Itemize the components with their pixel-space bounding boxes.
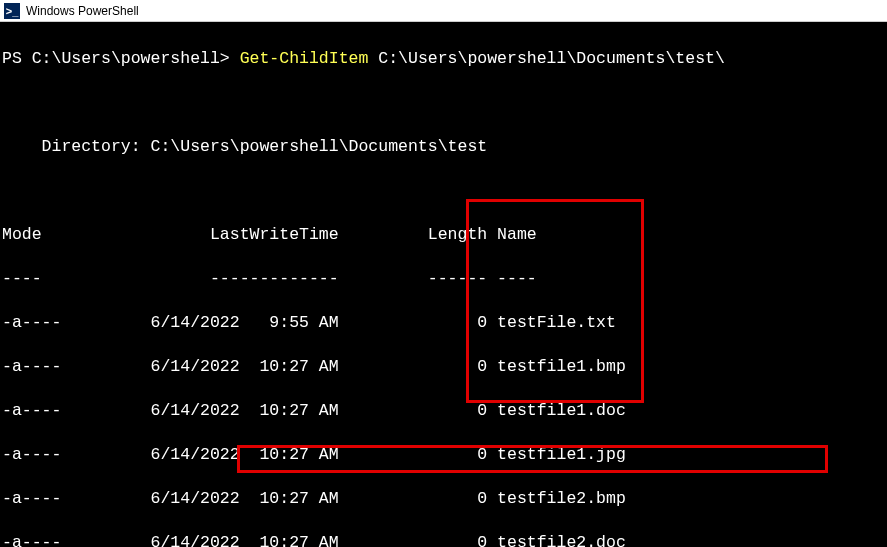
window-title: Windows PowerShell bbox=[26, 4, 139, 18]
cmdlet: Get-ChildItem bbox=[240, 49, 369, 68]
prompt: PS C:\Users\powershell> bbox=[2, 49, 240, 68]
window-titlebar[interactable]: >_ Windows PowerShell bbox=[0, 0, 887, 22]
powershell-icon: >_ bbox=[4, 3, 20, 19]
cmd-arg: C:\Users\powershell\Documents\test\ bbox=[368, 49, 724, 68]
table-header: Mode LastWriteTime Length Name bbox=[2, 224, 885, 246]
table-row: -a---- 6/14/2022 10:27 AM 0 testfile1.do… bbox=[2, 400, 885, 422]
directory-label: Directory: C:\Users\powershell\Documents… bbox=[2, 136, 885, 158]
table-row: -a---- 6/14/2022 10:27 AM 0 testfile1.bm… bbox=[2, 356, 885, 378]
terminal-body[interactable]: PS C:\Users\powershell> Get-ChildItem C:… bbox=[0, 22, 887, 547]
table-row: -a---- 6/14/2022 9:55 AM 0 testFile.txt bbox=[2, 312, 885, 334]
table-header-sep: ---- ------------- ------ ---- bbox=[2, 268, 885, 290]
table-row: -a---- 6/14/2022 10:27 AM 0 testfile2.do… bbox=[2, 532, 885, 547]
table-row: -a---- 6/14/2022 10:27 AM 0 testfile1.jp… bbox=[2, 444, 885, 466]
command-line-1: PS C:\Users\powershell> Get-ChildItem C:… bbox=[2, 48, 885, 70]
table-row: -a---- 6/14/2022 10:27 AM 0 testfile2.bm… bbox=[2, 488, 885, 510]
